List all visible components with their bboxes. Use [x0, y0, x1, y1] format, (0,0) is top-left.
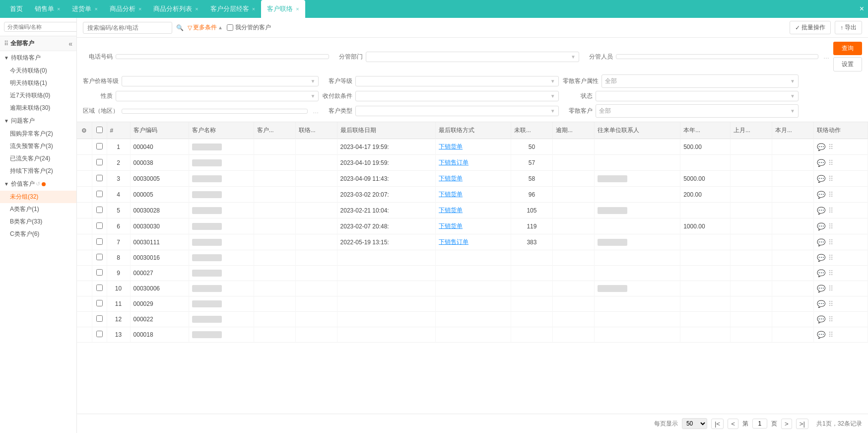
th-last-month[interactable]: 上月...: [730, 122, 772, 139]
last-method-link-5[interactable]: 下销货单: [439, 222, 463, 229]
row-checkbox-5[interactable]: [96, 222, 103, 229]
td-last-method-3[interactable]: 下销货单: [436, 187, 511, 203]
sidebar-group-problem[interactable]: ▼ 问题客户: [0, 114, 76, 128]
close-tab-customer-segment[interactable]: ×: [252, 6, 255, 12]
th-code[interactable]: 客户编码: [130, 122, 189, 139]
td-action-3[interactable]: 💬 ⠿: [813, 187, 868, 203]
th-type[interactable]: 客户...: [254, 122, 295, 139]
tab-purchase[interactable]: 进货单 ×: [66, 0, 103, 18]
contact-icon-12[interactable]: 💬: [817, 331, 825, 339]
th-contact[interactable]: 联络...: [295, 122, 337, 139]
td-last-method-6[interactable]: 下销售订单: [436, 234, 511, 250]
more-icon-12[interactable]: ⠿: [828, 331, 833, 339]
td-action-4[interactable]: 💬 ⠿: [813, 203, 868, 218]
row-checkbox-2[interactable]: [96, 175, 103, 181]
th-last-date[interactable]: 最后联络日期: [337, 122, 435, 139]
close-tab-product-list[interactable]: ×: [195, 6, 198, 12]
payment-select[interactable]: ▼: [355, 91, 558, 101]
my-customers-check[interactable]: [227, 24, 233, 31]
sidebar-item-tomorrow[interactable]: 明天待联络(1): [0, 77, 76, 89]
sidebar-item-type-c[interactable]: C类客户(6): [0, 228, 76, 240]
td-checkbox-10[interactable]: [92, 296, 107, 312]
th-uncontacted[interactable]: 未联...: [511, 122, 552, 139]
td-checkbox-6[interactable]: [92, 234, 107, 250]
contact-icon-5[interactable]: 💬: [817, 222, 825, 230]
contact-icon-9[interactable]: 💬: [817, 285, 825, 292]
td-checkbox-4[interactable]: [92, 203, 107, 218]
last-method-link-1[interactable]: 下销售订单: [439, 159, 468, 166]
sidebar-item-churn-warning[interactable]: 流失预警客户(3): [0, 140, 76, 152]
td-checkbox-5[interactable]: [92, 218, 107, 234]
sidebar-item-abnormal[interactable]: 囤购异常客户(2): [0, 128, 76, 140]
td-action-7[interactable]: 💬 ⠿: [813, 250, 868, 266]
region-input[interactable]: [122, 109, 308, 114]
more-icon-4[interactable]: ⠿: [828, 207, 833, 215]
row-checkbox-9[interactable]: [96, 285, 103, 291]
search-filter-button[interactable]: 查询: [833, 42, 862, 55]
sidebar-item-today[interactable]: 今天待联络(0): [0, 65, 76, 77]
contact-icon-6[interactable]: 💬: [817, 238, 825, 246]
row-checkbox-4[interactable]: [96, 207, 103, 213]
more-icon-11[interactable]: ⠿: [828, 315, 833, 323]
contact-icon-7[interactable]: 💬: [817, 254, 825, 262]
home-tab[interactable]: 首页: [4, 4, 29, 13]
more-icon-0[interactable]: ⠿: [828, 143, 833, 151]
td-last-method-7[interactable]: [436, 250, 511, 266]
all-customers-header[interactable]: ⠿ 全部客户 «: [0, 36, 76, 51]
more-icon-1[interactable]: ⠿: [828, 159, 833, 167]
customer-type-select[interactable]: ▼: [355, 106, 558, 116]
row-checkbox-3[interactable]: [96, 191, 103, 197]
sidebar-item-lost[interactable]: 已流失客户(24): [0, 152, 76, 165]
td-checkbox-3[interactable]: [92, 187, 107, 203]
th-unit-contact[interactable]: 往来单位联系人: [594, 122, 680, 139]
th-this-year[interactable]: 本年...: [680, 122, 731, 139]
select-all-checkbox[interactable]: [96, 127, 103, 133]
td-checkbox-12[interactable]: [92, 327, 107, 343]
sidebar-item-7days[interactable]: 近7天待联络(0): [0, 89, 76, 102]
manager-input[interactable]: [616, 54, 818, 59]
row-checkbox-1[interactable]: [96, 159, 103, 165]
collapse-sidebar-btn[interactable]: «: [68, 40, 72, 48]
phone-input[interactable]: [116, 54, 329, 59]
td-action-0[interactable]: 💬 ⠿: [813, 139, 868, 155]
contact-icon-1[interactable]: 💬: [817, 159, 825, 167]
tab-customer-contact[interactable]: 客户联络 ×: [261, 0, 305, 18]
contact-icon-0[interactable]: 💬: [817, 143, 825, 151]
more-icon-2[interactable]: ⠿: [828, 175, 833, 183]
row-checkbox-12[interactable]: [96, 331, 103, 337]
td-checkbox-8[interactable]: [92, 266, 107, 281]
last-method-link-6[interactable]: 下销售订单: [439, 238, 468, 245]
retail-attr-select[interactable]: 全部▼: [601, 74, 799, 88]
last-method-link-4[interactable]: 下销货单: [439, 207, 463, 214]
td-action-10[interactable]: 💬 ⠿: [813, 296, 868, 312]
contact-icon-10[interactable]: 💬: [817, 300, 825, 308]
tab-customer-segment[interactable]: 客户分层经客 ×: [204, 0, 261, 18]
row-checkbox-0[interactable]: [96, 143, 103, 149]
td-action-2[interactable]: 💬 ⠿: [813, 171, 868, 187]
more-filter-btn[interactable]: ▽ 更多条件 ▲: [188, 23, 223, 32]
th-overdue[interactable]: 逾期...: [552, 122, 594, 139]
sidebar-search-input[interactable]: [4, 22, 77, 32]
last-method-link-0[interactable]: 下销货单: [439, 143, 463, 150]
td-action-6[interactable]: 💬 ⠿: [813, 234, 868, 250]
sidebar-item-type-b[interactable]: B类客户(33): [0, 216, 76, 228]
price-grade-select[interactable]: ▼: [122, 76, 319, 86]
close-tab-sales[interactable]: ×: [57, 6, 60, 12]
th-settings[interactable]: ⚙: [77, 122, 92, 139]
contact-icon-8[interactable]: 💬: [817, 269, 825, 277]
nature-select[interactable]: ▼: [116, 91, 319, 101]
td-last-method-11[interactable]: [436, 312, 511, 327]
row-checkbox-10[interactable]: [96, 300, 103, 306]
td-action-8[interactable]: 💬 ⠿: [813, 266, 868, 281]
first-page-btn[interactable]: |<: [711, 419, 724, 429]
td-last-method-2[interactable]: 下销货单: [436, 171, 511, 187]
td-checkbox-0[interactable]: [92, 139, 107, 155]
sidebar-item-declining[interactable]: 持续下滑客户(2): [0, 165, 76, 177]
close-tab-product-analysis[interactable]: ×: [138, 6, 141, 12]
export-button[interactable]: ↑ 导出: [835, 21, 862, 34]
more-icon-3[interactable]: ⠿: [828, 191, 833, 199]
th-name[interactable]: 客户名称: [189, 122, 254, 139]
td-action-12[interactable]: 💬 ⠿: [813, 327, 868, 343]
manager-ellipsis[interactable]: …: [823, 53, 829, 60]
last-page-btn[interactable]: >|: [796, 419, 808, 429]
